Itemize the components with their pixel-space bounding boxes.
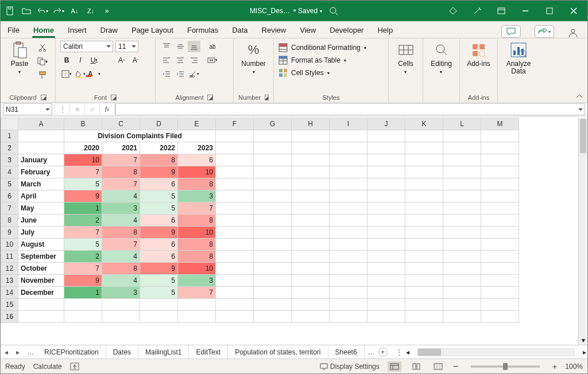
hscroll-right-icon[interactable]: ▸ [583,348,586,356]
column-header[interactable]: G [254,118,292,130]
cell[interactable] [481,130,519,142]
cell[interactable] [330,239,368,251]
tab-file[interactable]: File [6,24,21,38]
column-header[interactable]: L [443,118,481,130]
cell[interactable] [405,251,443,263]
cell[interactable]: May [18,202,64,215]
cell[interactable] [292,299,330,311]
cell[interactable]: 10 [178,263,216,275]
cell[interactable] [216,190,254,202]
cancel-fx-icon[interactable]: ✕ [70,104,85,115]
cell[interactable] [405,287,443,299]
wand-icon[interactable] [466,3,489,19]
cell[interactable]: 8 [102,263,140,275]
column-header[interactable]: F [216,118,254,130]
cell[interactable] [443,251,481,263]
paste-button[interactable]: Paste▾ [5,41,34,76]
scrollbar-thumb[interactable] [580,119,586,153]
comments-button[interactable] [501,25,521,38]
cell[interactable]: 8 [178,251,216,263]
sheet-tab[interactable]: MailingList1 [138,345,189,359]
cell[interactable]: 3 [102,202,140,215]
column-header[interactable]: A [18,118,64,130]
tab-developer[interactable]: Developer [328,24,365,38]
cell[interactable] [102,299,140,311]
cell[interactable] [330,227,368,239]
share-button[interactable]: ▾ [535,25,554,38]
cell[interactable]: 9 [140,166,178,178]
cell[interactable] [254,227,292,239]
dialog-launcher-icon[interactable] [41,95,47,100]
zoom-slider[interactable] [471,365,540,368]
cell[interactable]: 8 [140,154,178,166]
cell[interactable] [443,263,481,275]
cell[interactable]: November [18,275,64,287]
cell[interactable] [292,239,330,251]
cell[interactable] [216,227,254,239]
cell[interactable] [443,299,481,311]
cell[interactable]: 6 [140,239,178,251]
addins-button[interactable]: Add-ins [465,41,493,68]
cell[interactable]: 7 [64,227,102,239]
cell[interactable] [368,299,405,311]
name-box[interactable]: N31 [3,103,52,115]
font-color-icon[interactable]: A▾ [88,68,100,80]
cell[interactable] [481,263,519,275]
cell[interactable] [330,251,368,263]
cell[interactable] [481,190,519,202]
fx-dropdown-icon[interactable]: ⋮ [55,104,70,115]
cell[interactable] [330,215,368,227]
cell[interactable]: 2021 [102,142,140,154]
cell[interactable] [481,142,519,154]
cell[interactable] [443,311,481,323]
row-header[interactable]: 9 [1,227,18,239]
cell[interactable] [405,202,443,215]
cell[interactable] [368,178,405,190]
orientation-icon[interactable]: ab▾ [188,68,200,80]
cell[interactable] [216,287,254,299]
cell[interactable]: December [18,287,64,299]
cell[interactable] [405,215,443,227]
hscroll-left-icon[interactable]: ◂ [406,348,409,356]
cell[interactable]: 7 [102,178,140,190]
cell[interactable] [216,154,254,166]
cell[interactable] [368,275,405,287]
cell[interactable]: 9 [140,227,178,239]
diamond-icon[interactable] [442,3,465,19]
row-header[interactable]: 10 [1,239,18,251]
vertical-scrollbar[interactable]: ▴ ▾ [578,118,587,345]
row-header[interactable]: 15 [1,299,18,311]
cell[interactable]: 8 [178,239,216,251]
cell[interactable]: 4 [102,190,140,202]
cell[interactable]: 7 [64,263,102,275]
fx-icon[interactable]: fx [100,104,115,115]
zoom-in-button[interactable]: + [552,362,557,371]
cell[interactable] [481,287,519,299]
align-top-icon[interactable] [160,41,173,52]
tab-draw[interactable]: Draw [99,24,119,38]
cell[interactable] [216,142,254,154]
cell[interactable] [292,287,330,299]
cell[interactable] [254,287,292,299]
row-header[interactable]: 13 [1,275,18,287]
cell[interactable] [405,263,443,275]
cell[interactable]: October [18,263,64,275]
tab-review[interactable]: Review [261,24,288,38]
cell[interactable]: 4 [102,275,140,287]
cell[interactable] [254,190,292,202]
row-header[interactable]: 6 [1,190,18,202]
cell[interactable] [216,202,254,215]
cell[interactable] [292,178,330,190]
cell[interactable]: September [18,251,64,263]
cell[interactable] [330,190,368,202]
increase-indent-icon[interactable] [174,68,187,80]
cell[interactable]: 4 [102,215,140,227]
cell[interactable]: 6 [140,215,178,227]
accessibility-icon[interactable] [70,363,79,371]
cell[interactable] [481,299,519,311]
cell[interactable]: Division Complaints Filed [64,130,216,142]
cell[interactable]: 5 [140,190,178,202]
cell[interactable]: 10 [178,166,216,178]
cell[interactable] [443,130,481,142]
tab-data[interactable]: Data [231,24,249,38]
